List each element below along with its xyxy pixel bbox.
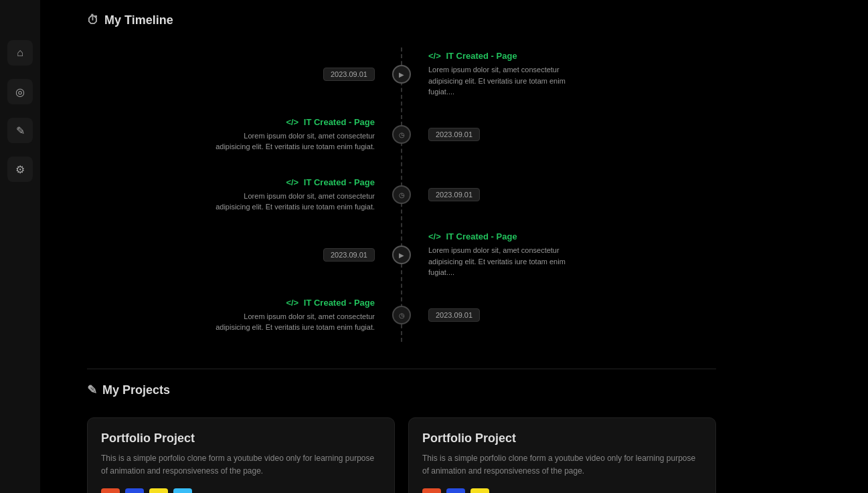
timeline-row: </> IT Created - Page Lorem ipsum dolor … [87, 168, 716, 221]
js-badge: JS [470, 488, 489, 493]
projects-grid: Portfolio Project This is a simple porfo… [87, 417, 716, 493]
timeline-center-dot: ◷ [388, 125, 415, 144]
timeline-center-dot: ▶ [388, 245, 415, 264]
timeline-center-dot: ◷ [388, 306, 415, 324]
event-text: Lorem ipsum dolor sit, amet consectetur … [214, 191, 375, 213]
event-title: </> IT Created - Page [428, 51, 716, 61]
main-content: ⏱ My Timeline 2023.09.01 ▶ </> IT Create… [67, 0, 736, 493]
event-title: </> IT Created - Page [87, 298, 375, 308]
code-bracket-icon: </> [286, 117, 298, 127]
projects-section-title: ✎ My Projects [87, 383, 716, 397]
timeline-row: </> IT Created - Page Lorem ipsum dolor … [87, 108, 716, 161]
html-badge: 5 [422, 488, 441, 493]
event-text: Lorem ipsum dolor sit, amet consectetur … [428, 64, 589, 98]
settings-icon[interactable]: ⚙ [7, 157, 33, 182]
project-card: Portfolio Project This is a simple porfo… [87, 417, 395, 493]
timeline-right-date: 2023.09.01 [415, 308, 716, 322]
project-footer: 5 3 JS ≋ Read More [101, 488, 381, 493]
timeline: 2023.09.01 ▶ </> IT Created - Page Lorem… [87, 47, 716, 342]
html-badge: 5 [101, 488, 120, 493]
timeline-right-date: 2023.09.01 [415, 188, 716, 201]
event-text: Lorem ipsum dolor sit, amet consectetur … [214, 130, 375, 153]
timeline-row: </> IT Created - Page Lorem ipsum dolor … [87, 288, 716, 342]
tech-badges: 5 3 JS [422, 488, 489, 493]
home-icon[interactable]: ⌂ [7, 40, 33, 66]
timeline-left-empty: 2023.09.01 [87, 68, 388, 81]
project-card: Portfolio Project This is a simple porfo… [408, 417, 716, 493]
timeline-title-text: My Timeline [104, 13, 173, 27]
timeline-row: 2023.09.01 ▶ </> IT Created - Page Lorem… [87, 47, 716, 101]
date-badge: 2023.09.01 [428, 128, 480, 141]
css-badge: 3 [446, 488, 465, 493]
code-bracket-icon: </> [286, 177, 298, 187]
timeline-left-date: 2023.09.01 [87, 248, 388, 262]
project-desc: This is a simple porfolio clone form a y… [422, 452, 702, 478]
timeline-icon: ⏱ [87, 13, 99, 27]
sidebar: ⌂ ◎ ✎ ⚙ [0, 0, 40, 493]
date-badge: 2023.09.01 [428, 188, 480, 201]
event-text: Lorem ipsum dolor sit, amet consectetur … [214, 311, 375, 333]
project-title: Portfolio Project [422, 431, 702, 446]
timeline-dot: ◷ [392, 125, 411, 144]
timeline-left-content: </> IT Created - Page Lorem ipsum dolor … [87, 177, 388, 213]
project-footer: 5 3 JS Read More [422, 488, 702, 493]
timeline-dot: ▶ [392, 65, 411, 84]
event-title: </> IT Created - Page [428, 231, 716, 241]
tech-badges: 5 3 JS ≋ [101, 488, 192, 493]
tailwind-badge: ≋ [173, 488, 192, 493]
timeline-center-dot: ◷ [388, 185, 415, 204]
timeline-dot: ◷ [392, 185, 411, 204]
projects-title-text: My Projects [102, 383, 170, 397]
code-bracket-icon: </> [428, 51, 441, 61]
css-badge: 3 [125, 488, 144, 493]
event-title: </> IT Created - Page [87, 117, 375, 127]
event-text: Lorem ipsum dolor sit, amet consectetur … [428, 245, 589, 278]
timeline-center-dot: ▶ [388, 65, 415, 84]
js-badge: JS [149, 488, 168, 493]
timeline-right-content: </> IT Created - Page Lorem ipsum dolor … [415, 51, 716, 98]
timeline-dot: ▶ [392, 245, 411, 264]
portfolio-icon[interactable]: ✎ [7, 118, 33, 143]
projects-icon: ✎ [87, 383, 97, 397]
project-title: Portfolio Project [101, 431, 381, 446]
timeline-left-content: </> IT Created - Page Lorem ipsum dolor … [87, 117, 388, 153]
timeline-dot: ◷ [392, 306, 411, 324]
section-divider [87, 369, 716, 369]
event-title: </> IT Created - Page [87, 177, 375, 187]
timeline-right-date: 2023.09.01 [415, 128, 716, 141]
timeline-right-content: </> IT Created - Page Lorem ipsum dolor … [415, 231, 716, 278]
timeline-section-title: ⏱ My Timeline [87, 13, 716, 27]
code-bracket-icon: </> [286, 298, 298, 308]
date-badge: 2023.09.01 [428, 308, 480, 322]
code-bracket-icon: </> [428, 231, 441, 241]
timeline-row: 2023.09.01 ▶ </> IT Created - Page Lorem… [87, 228, 716, 282]
date-badge: 2023.09.01 [323, 68, 375, 81]
project-desc: This is a simple porfolio clone form a y… [101, 452, 381, 478]
timeline-left-content: </> IT Created - Page Lorem ipsum dolor … [87, 298, 388, 333]
date-badge: 2023.09.01 [323, 248, 375, 262]
compass-icon[interactable]: ◎ [7, 79, 33, 104]
